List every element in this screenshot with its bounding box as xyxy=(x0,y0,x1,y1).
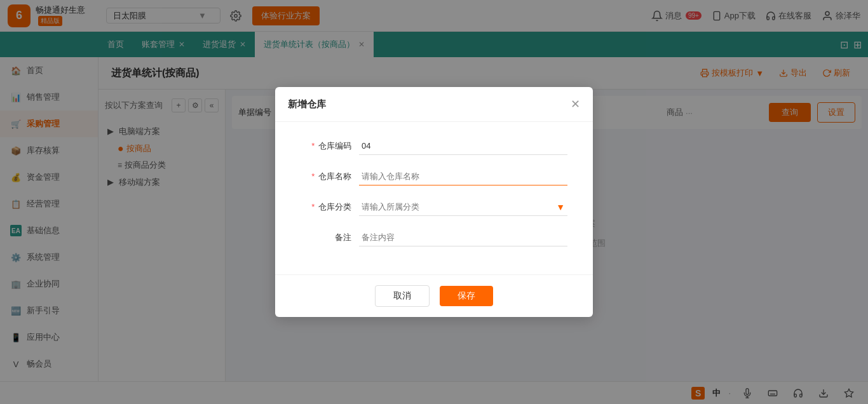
note-input[interactable] xyxy=(359,229,567,246)
modal-title: 新增仓库 xyxy=(288,98,326,111)
warehouse-code-input[interactable] xyxy=(359,137,567,155)
save-btn[interactable]: 保存 xyxy=(440,286,493,306)
form-row-category: * 仓库分类 ▼ xyxy=(301,198,567,216)
add-warehouse-modal: 新增仓库 ✕ * 仓库编码 * 仓库名称 xyxy=(275,87,593,317)
cancel-btn[interactable]: 取消 xyxy=(375,285,430,307)
modal-overlay[interactable]: 新增仓库 ✕ * 仓库编码 * 仓库名称 xyxy=(0,0,868,404)
form-row-code: * 仓库编码 xyxy=(301,137,567,155)
category-label: * 仓库分类 xyxy=(301,201,351,213)
category-dropdown-icon[interactable]: ▼ xyxy=(556,202,565,212)
modal-footer: 取消 保存 xyxy=(275,274,593,317)
category-input[interactable] xyxy=(359,198,567,216)
code-label: * 仓库编码 xyxy=(301,140,351,152)
modal-close-btn[interactable]: ✕ xyxy=(571,97,580,111)
name-label: * 仓库名称 xyxy=(301,171,351,182)
form-row-name: * 仓库名称 xyxy=(301,168,567,185)
warehouse-name-input[interactable] xyxy=(359,168,567,185)
modal-body: * 仓库编码 * 仓库名称 * 仓库分类 xyxy=(275,122,593,274)
category-select-wrap: ▼ xyxy=(359,198,567,216)
note-label: 备注 xyxy=(301,232,351,243)
modal-header: 新增仓库 ✕ xyxy=(275,87,593,122)
form-row-note: 备注 xyxy=(301,229,567,246)
